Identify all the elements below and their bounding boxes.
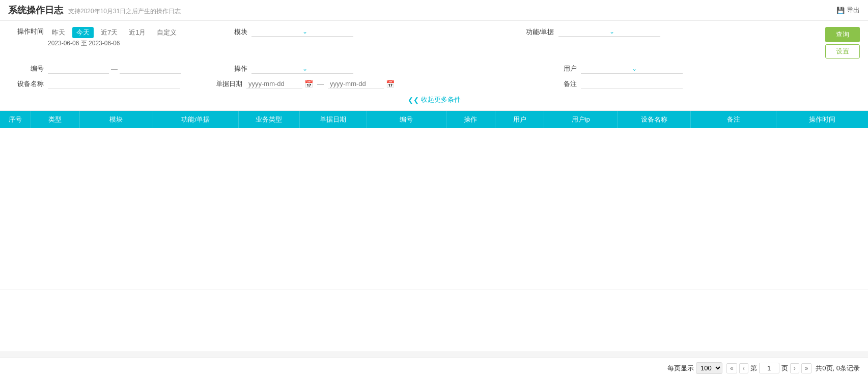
user-label: 用户 <box>541 64 577 73</box>
setting-button[interactable]: 设置 <box>825 44 860 59</box>
code-input-from[interactable] <box>48 64 109 74</box>
operation-label: 操作 <box>212 64 247 73</box>
code-label: 编号 <box>8 64 44 73</box>
export-label: 导出 <box>847 6 860 15</box>
voucher-date-separator: — <box>317 80 324 88</box>
page-total: 共0页, 0条记录 <box>816 364 860 373</box>
empty-state <box>3 132 865 285</box>
time-btn-today[interactable]: 今天 <box>72 27 94 38</box>
func-select[interactable]: ⌄ <box>558 27 660 37</box>
collapse-row: ❮❮ 收起更多条件 <box>8 92 860 106</box>
device-label: 设备名称 <box>8 79 44 89</box>
export-button[interactable]: 💾 导出 <box>836 6 860 15</box>
col-operation: 操作 <box>446 111 495 128</box>
data-table: 序号 类型 模块 功能/单据 业务类型 单据日期 编号 操作 用户 用户ip 设… <box>0 111 868 289</box>
module-select[interactable]: ⌄ <box>251 27 353 37</box>
export-icon: 💾 <box>836 7 845 14</box>
col-remark: 备注 <box>691 111 776 128</box>
calendar-to-icon[interactable]: 📅 <box>386 80 395 88</box>
pagination-bar: 每页显示 100 10 20 50 « ‹ 第 页 › » 共0页, 0条记录 <box>0 358 868 378</box>
collapse-button[interactable]: ❮❮ 收起更多条件 <box>408 95 461 104</box>
operation-chevron-icon: ⌄ <box>302 65 351 72</box>
user-select[interactable]: ⌄ <box>581 64 683 74</box>
code-separator: — <box>111 65 118 73</box>
page-nav: « ‹ 第 页 › » <box>726 363 811 373</box>
time-date-range: 2023-06-06 至 2023-06-06 <box>48 39 181 48</box>
last-page-button[interactable]: » <box>801 363 812 373</box>
action-buttons: 查询 设置 <box>825 27 860 59</box>
page-size-dropdown[interactable]: 100 10 20 50 <box>696 362 722 374</box>
time-btn-yesterday[interactable]: 昨天 <box>48 27 69 38</box>
col-func: 功能/单据 <box>153 111 238 128</box>
device-input[interactable] <box>48 79 180 89</box>
voucher-date-from[interactable] <box>246 79 302 89</box>
table-body <box>0 128 868 289</box>
page-header: 系统操作日志 支持2020年10月31日之后产生的操作日志 💾 导出 <box>0 0 868 21</box>
col-user: 用户 <box>495 111 544 128</box>
current-page-input[interactable] <box>759 363 779 373</box>
time-btn-custom[interactable]: 自定义 <box>153 27 181 38</box>
voucher-date-range: 📅 — 📅 <box>246 79 395 89</box>
module-chevron-icon: ⌄ <box>302 28 351 35</box>
filter-area: 操作时间 昨天 今天 近7天 近1月 自定义 2023-06-06 至 2023… <box>0 21 868 111</box>
horizontal-scrollbar[interactable] <box>0 352 868 358</box>
prev-page-button[interactable]: ‹ <box>739 363 748 373</box>
table-header-row: 序号 类型 模块 功能/单据 业务类型 单据日期 编号 操作 用户 用户ip 设… <box>0 111 868 128</box>
voucher-date-to[interactable] <box>328 79 384 89</box>
collapse-label: 收起更多条件 <box>421 95 461 104</box>
table-wrapper: 序号 类型 模块 功能/单据 业务类型 单据日期 编号 操作 用户 用户ip 设… <box>0 111 868 352</box>
collapse-icon: ❮❮ <box>408 96 419 104</box>
col-biz-type: 业务类型 <box>238 111 299 128</box>
operation-select[interactable]: ⌄ <box>251 64 353 74</box>
remark-input[interactable] <box>581 79 683 89</box>
first-page-button[interactable]: « <box>726 363 737 373</box>
col-code: 编号 <box>367 111 446 128</box>
page-prefix: 第 <box>750 364 757 373</box>
col-user-ip: 用户ip <box>544 111 618 128</box>
page-subtitle: 支持2020年10月31日之后产生的操作日志 <box>68 7 181 16</box>
col-device: 设备名称 <box>618 111 691 128</box>
next-page-button[interactable]: › <box>790 363 799 373</box>
col-voucher-date: 单据日期 <box>299 111 367 128</box>
module-label: 模块 <box>212 27 247 37</box>
page-title: 系统操作日志 <box>8 4 63 16</box>
func-chevron-icon: ⌄ <box>609 28 658 35</box>
col-type: 类型 <box>31 111 79 128</box>
page-size-label: 每页显示 <box>667 364 694 373</box>
page-title-area: 系统操作日志 支持2020年10月31日之后产生的操作日志 <box>8 4 181 16</box>
time-btn-7days[interactable]: 近7天 <box>97 27 122 38</box>
page-size-select: 每页显示 100 10 20 50 <box>667 362 722 374</box>
page-suffix: 页 <box>781 364 788 373</box>
code-input-to[interactable] <box>120 64 181 74</box>
col-op-time: 操作时间 <box>776 111 868 128</box>
calendar-from-icon[interactable]: 📅 <box>304 80 313 88</box>
time-btn-1month[interactable]: 近1月 <box>125 27 150 38</box>
func-label: 功能/单据 <box>519 27 554 37</box>
col-seq: 序号 <box>0 111 31 128</box>
query-button[interactable]: 查询 <box>825 27 860 42</box>
time-label: 操作时间 <box>8 27 44 36</box>
user-chevron-icon: ⌄ <box>632 65 681 72</box>
voucher-date-label: 单据日期 <box>212 79 242 89</box>
time-buttons: 昨天 今天 近7天 近1月 自定义 <box>48 27 181 38</box>
col-module: 模块 <box>79 111 153 128</box>
remark-label: 备注 <box>541 79 577 89</box>
